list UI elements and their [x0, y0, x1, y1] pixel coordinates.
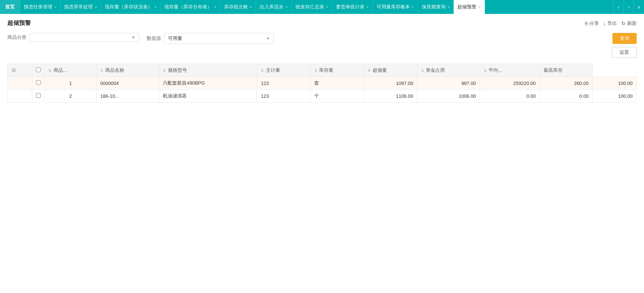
- nav-tab-7[interactable]: 收发存汇总表 ×: [292, 0, 332, 14]
- row-over-stock-1: 1006.00: [417, 90, 480, 103]
- gear-icon[interactable]: ⚙: [11, 67, 16, 73]
- row-unit-0: 套: [310, 77, 363, 90]
- close-tab-6[interactable]: ×: [285, 5, 288, 9]
- close-tab-11[interactable]: ×: [478, 5, 480, 9]
- nav-next-btn[interactable]: ›: [623, 0, 634, 14]
- datasource-chevron: ▼: [266, 36, 270, 41]
- commodity-chevron: ▼: [131, 35, 135, 40]
- col-avg[interactable]: ⇅ 平均...: [480, 64, 539, 77]
- page-header: 超储预警 ⎘ 分享 ↓ 导出 ↻ 刷新: [7, 19, 637, 27]
- data-table: ⚙ ⇅ 商品... ⇅ 商品名称 ⇅ 规格型号 ⇅: [7, 64, 637, 103]
- close-tab-4[interactable]: ×: [214, 5, 216, 9]
- export-button[interactable]: ↓ 导出: [603, 20, 617, 27]
- close-tab-5[interactable]: ×: [250, 5, 252, 9]
- nav-prev-btn[interactable]: ‹: [613, 0, 623, 14]
- close-tab-7[interactable]: ×: [326, 5, 328, 9]
- row-settings-0[interactable]: [8, 77, 32, 90]
- col-settings[interactable]: ⚙: [8, 64, 32, 77]
- nav-tab-8[interactable]: 要货单统计表 ×: [332, 0, 373, 14]
- datasource-filter: 数据源 可用量 ▼: [147, 33, 274, 44]
- col-over-stock[interactable]: ⇅ 超储量: [364, 64, 417, 77]
- nav-home[interactable]: 首页: [0, 0, 20, 14]
- query-button[interactable]: 查询: [612, 33, 637, 44]
- row-over-stock-0: 997.00: [417, 77, 480, 90]
- commodity-select[interactable]: ▼: [29, 33, 139, 42]
- nav-tab-6[interactable]: 出入库流水 ×: [256, 0, 292, 14]
- row-capital-0: 259220.00: [480, 77, 539, 90]
- row-settings-1[interactable]: [8, 90, 32, 103]
- datasource-label: 数据源: [147, 35, 161, 42]
- table-row: 1 0000004 六配套新昌490BPG 123 套 1097.00 997.…: [8, 77, 637, 90]
- col-product-code[interactable]: ⇅ 商品...: [45, 64, 96, 77]
- sort-icon-spec: ⇅: [163, 68, 166, 73]
- sort-icon-stock: ⇅: [314, 68, 317, 73]
- nav-tab-5[interactable]: 库存批次账 ×: [220, 0, 256, 14]
- sort-icon-unit: ⇅: [261, 68, 264, 73]
- filter-container: 商品分类 ▼ 数据源 可用量 ▼ 查询 设置: [7, 33, 637, 58]
- row-product-name-0: 六配套新昌490BPG: [159, 77, 257, 90]
- nav-tab-10[interactable]: 保质期查询 ×: [418, 0, 454, 14]
- row-num-1: 2: [45, 90, 96, 103]
- row-stock-0: 1097.00: [364, 77, 417, 90]
- col-product-name[interactable]: ⇅ 商品名称: [96, 64, 159, 77]
- row-avg-1: 0.00: [539, 90, 592, 103]
- sort-icon-over: ⇅: [367, 68, 370, 73]
- close-tab-1[interactable]: ×: [54, 5, 56, 9]
- datasource-value: 可用量: [168, 35, 182, 42]
- col-stock[interactable]: ⇅ 库存量: [310, 64, 363, 77]
- page-title: 超储预警: [7, 19, 31, 27]
- nav-tab-3[interactable]: 现存量（库存状况表） ×: [101, 0, 161, 14]
- row-capital-1: 0.00: [480, 90, 539, 103]
- nav-tab-11[interactable]: 超储预警 ×: [454, 0, 484, 14]
- top-nav: 首页 拣货任务管理 × 拣货异常处理 × 现存量（库存状况表） × 现存量（库存…: [0, 0, 644, 14]
- table-header-row: ⚙ ⇅ 商品... ⇅ 商品名称 ⇅ 规格型号 ⇅: [8, 64, 637, 77]
- nav-tab-2[interactable]: 拣货异常处理 ×: [61, 0, 101, 14]
- row-checkbox-1[interactable]: [32, 90, 45, 103]
- row-stock-1: 1106.00: [364, 90, 417, 103]
- close-tab-10[interactable]: ×: [447, 5, 450, 9]
- row-max-stock-0: 100.00: [592, 77, 636, 90]
- header-actions: ⎘ 分享 ↓ 导出 ↻ 刷新: [585, 20, 637, 27]
- row-product-code-1: 186-10...: [96, 90, 159, 103]
- table-row: 2 186-10... 机油滤清器 123 个 1106.00 1006.00 …: [8, 90, 637, 103]
- action-buttons: 查询 设置: [612, 33, 637, 58]
- nav-tab-9[interactable]: 可用量库存账本 ×: [373, 0, 418, 14]
- sort-icon-name: ⇅: [100, 68, 103, 73]
- sort-icon-capital: ⇅: [421, 68, 424, 73]
- close-tab-3[interactable]: ×: [154, 5, 157, 9]
- close-tab-9[interactable]: ×: [412, 5, 414, 9]
- nav-expand-btn[interactable]: »: [634, 0, 644, 14]
- row-max-stock-1: 100.00: [592, 90, 636, 103]
- commodity-label: 商品分类: [7, 34, 26, 41]
- export-icon: ↓: [603, 21, 606, 26]
- datasource-select[interactable]: 可用量 ▼: [164, 33, 274, 44]
- row-check-0[interactable]: [36, 80, 41, 85]
- col-max-stock[interactable]: 最高库存: [539, 64, 592, 77]
- close-tab-8[interactable]: ×: [366, 5, 369, 9]
- sort-icon-code: ⇅: [48, 68, 51, 73]
- share-button[interactable]: ⎘ 分享: [585, 20, 599, 27]
- sort-icon-avg: ⇅: [484, 68, 487, 73]
- row-check-1[interactable]: [36, 93, 41, 98]
- row-avg-0: 260.00: [539, 77, 592, 90]
- row-spec-1: 123: [257, 90, 310, 103]
- share-icon: ⎘: [585, 21, 588, 26]
- col-checkbox[interactable]: [32, 64, 45, 77]
- select-all-checkbox[interactable]: [36, 67, 41, 72]
- nav-arrows: ‹ › »: [613, 0, 644, 14]
- close-tab-2[interactable]: ×: [95, 5, 97, 9]
- col-unit[interactable]: ⇅ 主计量: [257, 64, 310, 77]
- refresh-button[interactable]: ↻ 刷新: [621, 20, 637, 27]
- commodity-filter: 商品分类 ▼: [7, 33, 139, 42]
- row-spec-0: 123: [257, 77, 310, 90]
- row-product-name-1: 机油滤清器: [159, 90, 257, 103]
- col-capital[interactable]: ⇅ 资金占用: [417, 64, 480, 77]
- row-checkbox-0[interactable]: [32, 77, 45, 90]
- nav-tab-1[interactable]: 拣货任务管理 ×: [20, 0, 61, 14]
- col-spec[interactable]: ⇅ 规格型号: [159, 64, 257, 77]
- row-unit-1: 个: [310, 90, 363, 103]
- row-product-code-0: 0000004: [96, 77, 159, 90]
- setting-button[interactable]: 设置: [612, 47, 637, 58]
- refresh-icon: ↻: [621, 21, 626, 26]
- nav-tab-4[interactable]: 现存量（库存分布表） ×: [161, 0, 220, 14]
